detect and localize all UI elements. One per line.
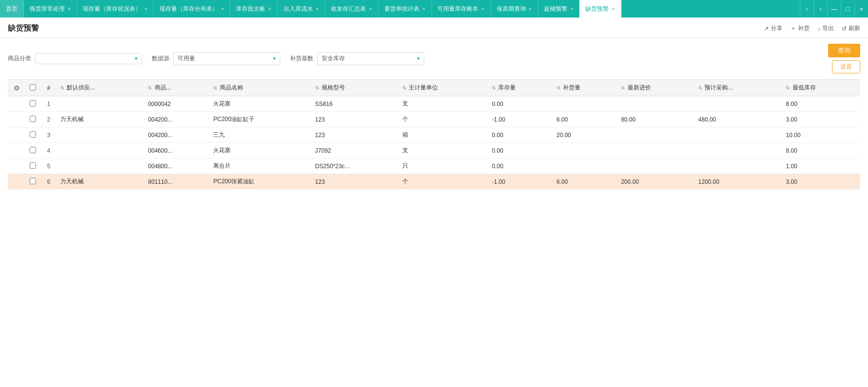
tab-picking[interactable]: 拣货异常处理 ×	[24, 0, 77, 18]
row-checkbox-cell[interactable]	[25, 127, 40, 143]
row-checkbox-cell[interactable]	[25, 112, 40, 127]
tab-expiry-label: 保质期查询	[497, 5, 526, 13]
tab-available-close[interactable]: ×	[481, 6, 484, 12]
refresh-button[interactable]: ↺ 刷新	[842, 24, 860, 33]
col-stock-header[interactable]: ⇅ 库存量	[489, 80, 554, 96]
tab-overstock-close[interactable]: ×	[570, 6, 573, 12]
window-close[interactable]: ×	[854, 0, 868, 18]
table-row: 2 力天机械 004200... PC200油缸缸子 123 个 -1.00 6…	[8, 112, 860, 127]
row-stock: 0.00	[489, 143, 554, 158]
category-select[interactable]: ▾	[35, 53, 142, 64]
share-button[interactable]: ↗ 分享	[764, 24, 782, 33]
tab-requisition-close[interactable]: ×	[422, 6, 425, 12]
row-unit: 箱	[399, 127, 489, 143]
col-replenish-qty-header[interactable]: ⇅ 补货量	[554, 80, 618, 96]
tab-picking-close[interactable]: ×	[68, 6, 71, 12]
tab-overstock[interactable]: 超储预警 ×	[538, 0, 579, 18]
tab-inout[interactable]: 出入库流水 ×	[278, 0, 325, 18]
tab-available[interactable]: 可用量库存账本 ×	[432, 0, 490, 18]
row-checkbox-cell[interactable]	[25, 158, 40, 174]
tab-shortage-close[interactable]: ×	[612, 6, 615, 12]
row-spec: 123	[312, 127, 399, 143]
row-spec: DS250*23c...	[312, 158, 399, 174]
table-body: 1 0000042 火花塞 SS816 支 0.00 8.00 2 力天机械 0…	[8, 96, 860, 190]
export-button[interactable]: ↓ 导出	[817, 24, 834, 33]
tab-scroll-left[interactable]: ‹	[800, 0, 814, 18]
col-spec-header[interactable]: ⇅ 规格型号	[312, 80, 399, 96]
query-button[interactable]: 查询	[828, 44, 860, 57]
row-checkbox[interactable]	[30, 162, 36, 169]
col-product-name-label: 商品名称	[220, 84, 243, 91]
tab-stock-dist[interactable]: 现存量（库存分布表） ×	[154, 0, 230, 18]
col-min-stock-header[interactable]: ⇅ 最低库存	[783, 80, 860, 96]
row-settings-cell	[8, 143, 25, 158]
settings-button[interactable]: 设置	[832, 60, 860, 73]
replenish-basis-select[interactable]: 安全库存 ▾	[317, 52, 424, 65]
row-replenish-qty	[554, 143, 618, 158]
row-unit: 个	[399, 112, 489, 127]
page-container: 缺货预警 ↗ 分享 ＋ 补货 ↓ 导出 ↺ 刷新 商品分类	[0, 18, 868, 387]
tab-batch[interactable]: 库存批次账 ×	[230, 0, 277, 18]
replenish-qty-sort-icon: ⇅	[557, 85, 561, 90]
category-chevron-icon: ▾	[135, 55, 138, 62]
datasource-select[interactable]: 可用量 ▾	[173, 52, 280, 65]
select-all-checkbox[interactable]	[30, 84, 36, 90]
row-est-purchase	[695, 127, 783, 143]
row-min-stock: 1.00	[783, 158, 860, 174]
tab-expiry[interactable]: 保质期查询 ×	[491, 0, 538, 18]
col-latest-price-header[interactable]: ⇅ 最新进价	[618, 80, 695, 96]
row-latest-price	[618, 127, 695, 143]
col-product-name-header[interactable]: ⇅ 商品名称	[210, 80, 312, 96]
col-supplier-header[interactable]: ⇅ 默认供应...	[57, 80, 145, 96]
window-minimize[interactable]: —	[827, 0, 841, 18]
tab-requisition-label: 要货单统计表	[384, 5, 419, 13]
col-product-code-label: 商品...	[155, 84, 171, 91]
row-est-purchase: 480.00	[695, 112, 783, 127]
table-row: 3 004200... 三九 123 箱 0.00 20.00 10.00	[8, 127, 860, 143]
row-num: 5	[40, 158, 57, 174]
row-checkbox[interactable]	[30, 178, 36, 184]
row-replenish-qty	[554, 96, 618, 112]
tab-inout-close[interactable]: ×	[316, 6, 319, 12]
row-replenish-qty: 6.00	[554, 112, 618, 127]
tab-batch-close[interactable]: ×	[268, 6, 271, 12]
tab-summary[interactable]: 收发存汇总表 ×	[325, 0, 378, 18]
row-checkbox[interactable]	[30, 116, 36, 122]
tab-summary-label: 收发存汇总表	[331, 5, 366, 13]
row-checkbox[interactable]	[30, 131, 36, 138]
product-name-sort-icon: ⇅	[213, 85, 217, 90]
col-settings[interactable]: ⚙	[8, 80, 25, 96]
row-stock: -1.00	[489, 174, 554, 190]
row-latest-price: 200.00	[618, 174, 695, 190]
latest-price-sort-icon: ⇅	[621, 85, 625, 90]
header-actions: ↗ 分享 ＋ 补货 ↓ 导出 ↺ 刷新	[764, 24, 860, 33]
row-checkbox-cell[interactable]	[25, 143, 40, 158]
tab-stock-dist-label: 现存量（库存分布表）	[160, 5, 218, 13]
row-min-stock: 3.00	[783, 174, 860, 190]
row-checkbox-cell[interactable]	[25, 174, 40, 190]
row-latest-price: 80.00	[618, 112, 695, 127]
col-est-purchase-header[interactable]: ⇅ 预计采购...	[695, 80, 783, 96]
tab-home[interactable]: 首页	[0, 0, 24, 18]
tab-shortage[interactable]: 缺货预警 ×	[579, 0, 621, 18]
row-checkbox[interactable]	[30, 147, 36, 153]
tab-nav-buttons: ‹ › — □ ×	[800, 0, 868, 18]
row-checkbox[interactable]	[30, 100, 36, 106]
row-checkbox-cell[interactable]	[25, 96, 40, 112]
tab-scroll-right[interactable]: ›	[814, 0, 827, 18]
replenish-button[interactable]: ＋ 补货	[790, 24, 810, 33]
tab-expiry-close[interactable]: ×	[529, 6, 532, 12]
table-header-row: ⚙ # ⇅ 默认供应... ⇅ 商品... ⇅	[8, 80, 860, 96]
window-maximize[interactable]: □	[841, 0, 854, 18]
col-unit-header[interactable]: ⇅ 主计量单位	[399, 80, 489, 96]
tab-summary-close[interactable]: ×	[369, 6, 372, 12]
tab-stock-status[interactable]: 现存量（库存状况表） ×	[77, 0, 153, 18]
export-label: 导出	[822, 24, 834, 33]
gear-icon[interactable]: ⚙	[14, 84, 20, 92]
tab-stock-dist-close[interactable]: ×	[221, 6, 224, 12]
row-product-name: 离合片	[210, 158, 312, 174]
tab-requisition[interactable]: 要货单统计表 ×	[379, 0, 432, 18]
tab-stock-status-close[interactable]: ×	[144, 6, 147, 12]
col-product-code-header[interactable]: ⇅ 商品...	[145, 80, 210, 96]
row-product-code: 0000042	[145, 96, 210, 112]
